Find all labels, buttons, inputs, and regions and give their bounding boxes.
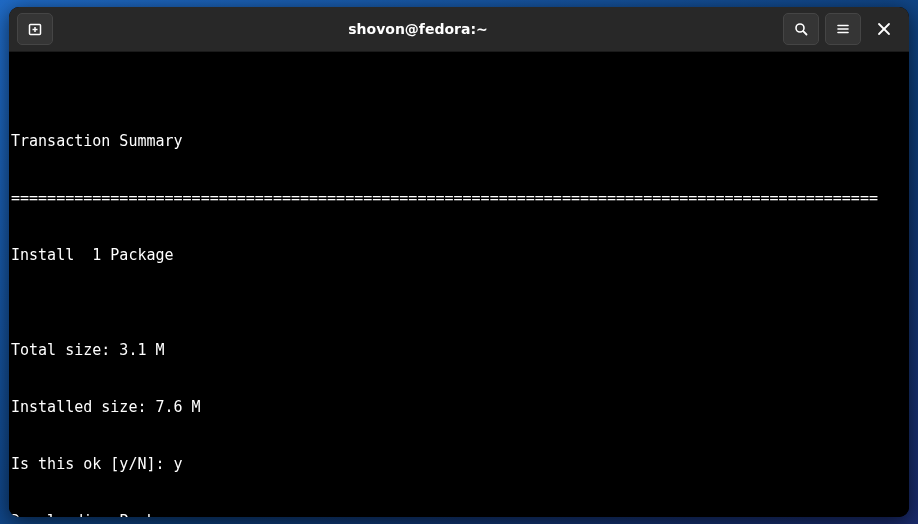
titlebar-right-group [783, 13, 901, 45]
search-icon [793, 21, 809, 37]
terminal-body[interactable]: Transaction Summary ====================… [9, 52, 909, 517]
hamburger-icon [835, 21, 851, 37]
close-button[interactable] [867, 14, 901, 44]
search-button[interactable] [783, 13, 819, 45]
close-icon [877, 22, 891, 36]
svg-line-4 [803, 31, 806, 34]
terminal-window: shovon@fedora:~ [9, 7, 909, 517]
terminal-line: ========================================… [11, 189, 907, 208]
window-title: shovon@fedora:~ [53, 21, 783, 37]
menu-button[interactable] [825, 13, 861, 45]
terminal-line: Installed size: 7.6 M [11, 398, 907, 417]
terminal-line: Transaction Summary [11, 132, 907, 151]
terminal-line: Is this ok [y/N]: y [11, 455, 907, 474]
new-tab-button[interactable] [17, 13, 53, 45]
terminal-line: Total size: 3.1 M [11, 341, 907, 360]
terminal-line: Downloading Packages: [11, 512, 907, 517]
terminal-line: Install 1 Package [11, 246, 907, 265]
titlebar: shovon@fedora:~ [9, 7, 909, 52]
